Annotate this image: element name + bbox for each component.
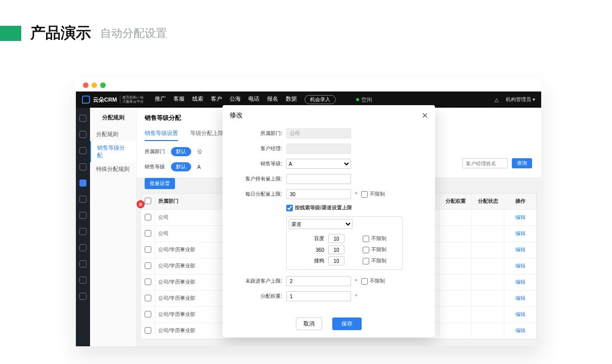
row-weight <box>440 275 472 290</box>
label-weight: 分配权重: <box>237 293 282 300</box>
save-button[interactable]: 保存 <box>332 317 362 330</box>
channel-row: 360不限制 <box>307 245 400 254</box>
unlimited-checkbox[interactable]: 不限制 <box>361 278 385 285</box>
row-checkbox[interactable] <box>141 258 155 274</box>
unlimited-checkbox[interactable]: 不限制 <box>361 191 385 198</box>
row-checkbox[interactable] <box>141 291 155 306</box>
row-weight <box>440 242 472 258</box>
input-manager <box>286 144 351 154</box>
nav-item[interactable]: 线索 <box>192 95 203 104</box>
row-checkbox[interactable] <box>141 242 155 258</box>
browser-window: 云朵CRM 教育机构一站式服务云平台 推广 客服 线索 客户 公海 电话 报名 … <box>76 78 541 346</box>
row-checkbox[interactable] <box>141 275 155 290</box>
modal-header: 修改 × <box>223 105 435 125</box>
row-weight <box>440 323 472 339</box>
filter-dept-pill[interactable]: 默认 <box>171 147 191 156</box>
modal-title: 修改 <box>230 111 243 120</box>
minimize-window-icon[interactable] <box>92 82 97 88</box>
close-icon[interactable]: × <box>422 110 428 120</box>
rail-icon[interactable] <box>79 163 86 170</box>
manager-search-input[interactable] <box>462 158 508 168</box>
row-edit-link[interactable]: 编辑 <box>504 323 537 339</box>
row-checkbox[interactable] <box>141 226 155 242</box>
slide-title: 产品演示 <box>30 23 91 43</box>
channel-row: 百度不限制 <box>307 234 400 243</box>
nav-item[interactable]: 公海 <box>230 95 241 104</box>
form-row-hold-cap: 客户持有量上限: <box>237 174 421 184</box>
nav-item[interactable]: 客户 <box>211 95 222 104</box>
secondary-nav-item[interactable]: 特殊分配规则 <box>90 162 136 176</box>
rail-icon[interactable] <box>79 228 86 235</box>
left-rail <box>76 108 90 346</box>
rail-icon[interactable] <box>79 293 86 300</box>
row-checkbox[interactable] <box>141 323 155 339</box>
rail-icon[interactable] <box>79 147 86 154</box>
select-level[interactable]: A <box>286 159 351 169</box>
row-checkbox[interactable] <box>141 307 155 323</box>
channel-select[interactable]: 渠道 <box>289 219 353 229</box>
row-edit-link[interactable]: 编辑 <box>504 210 537 225</box>
rail-icon[interactable] <box>79 131 86 138</box>
row-edit-link[interactable]: 编辑 <box>504 291 537 306</box>
form-row-manager: 客户经理: <box>237 144 421 154</box>
rail-icon[interactable] <box>79 212 86 219</box>
entry-button[interactable]: 机会录入 <box>304 95 336 104</box>
logo-icon <box>82 96 90 104</box>
secondary-nav-item[interactable]: 分配规则 <box>90 127 136 141</box>
rail-icon[interactable] <box>79 115 86 122</box>
search-button[interactable]: 查询 <box>512 158 532 168</box>
rail-icon[interactable] <box>79 196 86 203</box>
nav-links: 推广 客服 线索 客户 公海 电话 报名 数据 机会录入 <box>155 95 336 104</box>
nav-item[interactable]: 客服 <box>173 95 185 104</box>
row-edit-link[interactable]: 编辑 <box>504 307 537 323</box>
rail-icon[interactable] <box>79 277 86 284</box>
row-status <box>472 226 504 242</box>
row-weight <box>440 291 472 306</box>
input-weight[interactable] <box>286 291 351 301</box>
channel-name: 搜狗 <box>307 257 324 264</box>
row-edit-link[interactable]: 编辑 <box>504 242 537 258</box>
by-channel-checkbox[interactable]: 按线索等级/渠道设置上限 <box>286 204 352 211</box>
user-menu[interactable]: 机构管理员 ▾ <box>506 96 535 103</box>
bell-icon[interactable]: △ <box>495 97 499 103</box>
bulk-settings-button[interactable]: 批量设置 <box>145 178 175 189</box>
channel-value-input[interactable] <box>328 234 344 243</box>
nav-item[interactable]: 电话 <box>248 95 259 104</box>
status-label: 空闲 <box>361 96 372 104</box>
input-hold-cap[interactable] <box>286 174 351 184</box>
close-window-icon[interactable] <box>83 82 89 88</box>
search-area: 查询 <box>462 158 532 168</box>
row-edit-link[interactable]: 编辑 <box>504 275 537 290</box>
logo[interactable]: 云朵CRM 教育机构一站式服务云平台 <box>82 96 144 104</box>
row-checkbox[interactable] <box>141 210 155 225</box>
cancel-button[interactable]: 取消 <box>296 317 322 330</box>
filter-dept-value: 公 <box>197 148 202 155</box>
slide-subtitle: 自动分配设置 <box>100 26 167 41</box>
label-daily: 每日分配量上限: <box>237 191 282 198</box>
tab-level-limit[interactable]: 等级分配上限 <box>190 126 224 141</box>
input-daily[interactable] <box>286 189 351 199</box>
nav-item[interactable]: 报名 <box>267 95 278 104</box>
nav-item[interactable]: 推广 <box>155 95 166 104</box>
tab-level-settings[interactable]: 销售等级设置 <box>145 126 178 141</box>
row-edit-link[interactable]: 编辑 <box>504 226 537 242</box>
maximize-window-icon[interactable] <box>100 82 106 88</box>
channel-unlimited-checkbox[interactable]: 不限制 <box>363 257 386 264</box>
input-unfollow[interactable] <box>286 276 351 286</box>
rail-icon-active[interactable] <box>79 179 86 187</box>
nav-item[interactable]: 数据 <box>286 95 297 104</box>
row-status <box>472 242 504 258</box>
red-badge[interactable]: 展 <box>137 200 145 208</box>
row-edit-link[interactable]: 编辑 <box>504 258 537 274</box>
rail-icon[interactable] <box>79 244 86 251</box>
channel-value-input[interactable] <box>328 256 344 265</box>
channel-value-input[interactable] <box>328 245 344 254</box>
filter-dept-label: 所属部门 <box>145 148 165 155</box>
channel-unlimited-checkbox[interactable]: 不限制 <box>363 246 386 253</box>
channel-unlimited-checkbox[interactable]: 不限制 <box>363 235 386 242</box>
logo-text: 云朵CRM <box>93 96 117 104</box>
secondary-nav-item-active[interactable]: 销售等级分配 <box>90 141 136 162</box>
filter-level-pill[interactable]: 默认 <box>171 162 191 171</box>
secondary-nav: 分配规则 分配规则 销售等级分配 特殊分配规则 <box>90 108 137 346</box>
rail-icon[interactable] <box>79 260 86 267</box>
